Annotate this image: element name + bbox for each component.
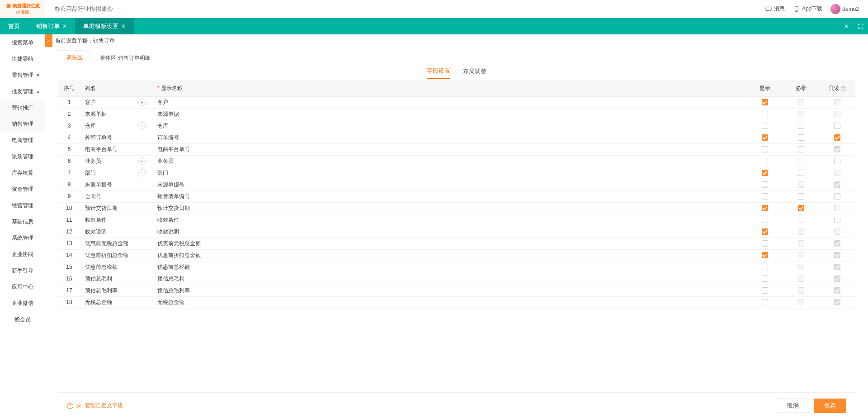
cell-display-name[interactable]: 优惠前无税总金额	[153, 238, 747, 249]
cell-col-name: 优惠前总税额	[80, 261, 153, 273]
checkbox[interactable]	[762, 181, 768, 188]
checkbox[interactable]	[762, 228, 768, 235]
fullscreen-button[interactable]	[854, 18, 868, 34]
save-button[interactable]: 保存	[814, 399, 846, 413]
sidebar-item-零售管理[interactable]: 零售管理▼	[0, 67, 45, 83]
checkbox[interactable]	[798, 170, 804, 176]
checkbox[interactable]	[762, 146, 768, 152]
user-menu[interactable]: demo2	[830, 4, 859, 14]
sidebar-item-基础信息[interactable]: 基础信息	[0, 214, 45, 230]
sidebar-subitem-营销推广[interactable]: 营销推广	[0, 100, 45, 116]
sidebar-item-新手引导[interactable]: 新手引导	[0, 262, 45, 279]
cell-display-name[interactable]: 收款条件	[153, 214, 747, 226]
cell-display-name[interactable]: 业务员	[153, 155, 747, 167]
table-row: 2来源单据来源单据	[58, 108, 855, 120]
sidebar-item-采购管理[interactable]: 采购管理	[0, 148, 45, 165]
cell-display-name[interactable]: 来源单据	[153, 108, 747, 120]
checkbox[interactable]	[762, 158, 768, 164]
checkbox[interactable]	[762, 240, 768, 247]
cell-display-name[interactable]: 来源单据号	[153, 179, 747, 190]
sidebar-item-库存核算[interactable]: 库存核算	[0, 165, 45, 181]
checkbox[interactable]	[798, 123, 804, 129]
checkbox[interactable]	[798, 193, 804, 200]
expand-icon[interactable]: +	[138, 99, 146, 106]
cell-display-name[interactable]: 收款说明	[153, 226, 747, 238]
sidebar-subitem-销售管理[interactable]: 销售管理	[0, 116, 45, 132]
cell-req	[783, 167, 819, 179]
field-table-scroll[interactable]: 序号 列名 *显示名称 显示 必录 只读? 1客户+客户2来源单据来源单据3仓库…	[58, 81, 855, 393]
th-show: 显示	[747, 81, 783, 96]
checkbox[interactable]	[762, 217, 768, 223]
sidebar-item-批发管理[interactable]: 批发管理▲	[0, 83, 45, 100]
checkbox[interactable]	[762, 252, 768, 258]
cell-display-name[interactable]: 优惠前总税额	[153, 261, 747, 273]
checkbox[interactable]	[834, 193, 840, 200]
close-icon[interactable]: ✕	[121, 23, 126, 29]
tab-首页[interactable]: 首页	[0, 18, 28, 34]
ledger-selector[interactable]: 办公用品行业模拟账套 ﹀	[54, 5, 123, 13]
cancel-button[interactable]: 取消	[777, 399, 809, 413]
sidebar-item-系统管理[interactable]: 系统管理	[0, 230, 45, 246]
checkbox	[798, 181, 804, 188]
checkbox[interactable]	[762, 205, 768, 211]
close-icon[interactable]: ✕	[62, 23, 67, 29]
tab-销售订单[interactable]: 销售订单✕	[28, 18, 75, 34]
cell-display-name[interactable]: 仓库	[153, 120, 747, 132]
section-tab-表头区[interactable]: 表头区	[58, 50, 91, 65]
sidebar-item-畅会员[interactable]: 畅会员	[0, 311, 45, 328]
sidebar-item-搜索菜单[interactable]: 搜索菜单	[0, 34, 45, 51]
subnav-字段设置[interactable]: 字段设置	[427, 67, 450, 79]
checkbox[interactable]	[762, 276, 768, 282]
section-tab-表体区-销售订单明细[interactable]: 表体区-销售订单明细	[91, 50, 159, 65]
checkbox[interactable]	[798, 134, 804, 141]
checkbox[interactable]	[762, 99, 768, 105]
help-icon[interactable]: ?	[841, 86, 846, 91]
subnav-布局调整[interactable]: 布局调整	[463, 67, 486, 78]
cell-display-name[interactable]: 预估总毛利率	[153, 285, 747, 296]
checkbox[interactable]	[834, 123, 840, 129]
checkbox[interactable]	[762, 123, 768, 129]
expand-icon[interactable]: +	[138, 122, 146, 129]
checkbox[interactable]	[762, 264, 768, 270]
checkbox[interactable]	[762, 193, 768, 200]
checkbox[interactable]	[834, 158, 840, 164]
sidebar-item-资金管理[interactable]: 资金管理	[0, 181, 45, 197]
checkbox[interactable]	[762, 111, 768, 117]
expand-icon[interactable]: +	[138, 157, 146, 165]
app-download-button[interactable]: App下载	[793, 5, 822, 13]
cell-display-name[interactable]: 订单编号	[153, 132, 747, 143]
manage-custom-fields-link[interactable]: ? 管理自定义字段	[67, 402, 123, 409]
close-all-tabs-button[interactable]	[839, 18, 854, 34]
messages-button[interactable]: 消息	[765, 5, 785, 13]
checkbox[interactable]	[798, 217, 804, 223]
sidebar-item-经营管理[interactable]: 经营管理	[0, 197, 45, 214]
sidebar-item-快捷导航[interactable]: 快捷导航	[0, 51, 45, 67]
checkbox[interactable]	[798, 158, 804, 164]
cell-display-name[interactable]: 预估总毛利	[153, 273, 747, 285]
collapse-handle[interactable]: ›	[45, 34, 52, 47]
checkbox[interactable]	[834, 217, 840, 223]
checkbox[interactable]	[834, 134, 840, 141]
brand-logo: 畅捷通好生意 标准版	[0, 0, 45, 18]
sidebar-item-电商管理[interactable]: 电商管理	[0, 132, 45, 148]
checkbox[interactable]	[762, 287, 768, 294]
checkbox[interactable]	[762, 134, 768, 141]
cell-display-name[interactable]: 销货清单编号	[153, 190, 747, 202]
checkbox[interactable]	[798, 205, 804, 211]
checkbox[interactable]	[762, 299, 768, 305]
sidebar-item-应用中心[interactable]: 应用中心	[0, 279, 45, 295]
expand-icon[interactable]: +	[138, 169, 146, 176]
cell-index: 18	[58, 296, 80, 308]
cell-display-name[interactable]: 电商平台单号	[153, 143, 747, 155]
sidebar-item-企业协同[interactable]: 企业协同	[0, 246, 45, 262]
checkbox[interactable]	[762, 170, 768, 176]
sidebar-item-企业微信[interactable]: 企业微信	[0, 295, 45, 311]
cell-display-name[interactable]: 预计交货日期	[153, 202, 747, 214]
cell-display-name[interactable]: 客户	[153, 96, 747, 108]
sidebar-item-label: 系统管理	[12, 234, 33, 242]
checkbox[interactable]	[798, 146, 804, 152]
cell-display-name[interactable]: 优惠前折扣总金额	[153, 249, 747, 261]
cell-display-name[interactable]: 部门	[153, 167, 747, 179]
tab-单据模板设置[interactable]: 单据模板设置✕	[75, 18, 134, 34]
cell-display-name[interactable]: 无税总金额	[153, 296, 747, 308]
